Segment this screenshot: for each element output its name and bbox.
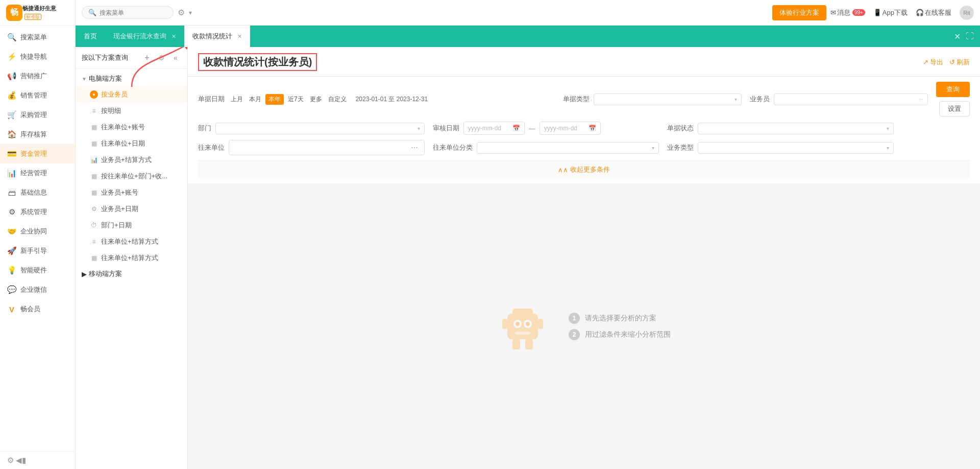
review-date-filter: 审核日期 yyyy-mm-dd 📅 — yyyy-mm-dd 📅 [433,122,659,135]
dept-arrow: ▾ [418,126,420,131]
window-maximize-icon[interactable]: ⛶ [966,32,974,41]
date-range-text: 2023-01-01 至 2023-12-31 [356,95,428,104]
hint-item-2: 2 用过滤条件来缩小分析范围 [569,329,671,340]
query-button[interactable]: 查询 [936,82,970,97]
date-tab-more[interactable]: 更多 [308,94,324,105]
partner-category-select[interactable]: ▾ [477,142,659,154]
sales-icon: 💰 [7,91,16,100]
search-input[interactable] [100,9,161,16]
business-type-arrow: ▾ [887,145,889,151]
message-icon: ✉ [830,9,836,16]
sidebar-item-label: 畅会员 [20,304,40,314]
download-icon: 📱 [873,9,881,16]
sidebar-item-label: 资金管理 [20,149,47,158]
salesperson-select[interactable]: ··· [774,93,928,105]
svg-point-6 [526,322,530,326]
trial-button[interactable]: 体验行业方案 [772,5,826,20]
sidebar-item-hardware[interactable]: 💡 智能硬件 [0,261,75,280]
plan-item-salesperson-account[interactable]: ▦ 业务员+账号 [76,184,187,201]
partner-more-icon[interactable]: ··· [409,143,420,152]
tab-home[interactable]: 首页 [76,26,105,47]
message-area[interactable]: ✉ 消息 99+ [830,8,865,17]
sidebar-item-search[interactable]: 🔍 搜索菜单 [0,28,75,47]
plan-item-partner-method2[interactable]: ▦ 往来单位+结算方式 [76,250,187,266]
sidebar-item-label: 快捷导航 [20,52,47,61]
sidebar-item-marketing[interactable]: 📢 营销推广 [0,66,75,86]
plan-settings-button[interactable]: ⚙ [156,52,167,63]
plan-item-label: 业务员+账号 [101,188,138,197]
user-avatar[interactable]: Rit [960,6,974,20]
sidebar-item-inventory[interactable]: 🏠 库存核算 [0,125,75,144]
plan-item-partner-account[interactable]: ▦ 往来单位+账号 [76,119,187,135]
online-service-link[interactable]: 🎧 在线客服 [916,8,951,17]
business-type-select[interactable]: ▾ [698,142,894,154]
add-plan-button[interactable]: + [141,52,153,63]
tab-collection-close[interactable]: ✕ [237,33,242,40]
plan-item-salesperson-date[interactable]: ⚙ 业务员+日期 [76,201,187,217]
plan-item-label: 往来单位+结算方式 [101,253,158,263]
plan-item-by-detail[interactable]: ≡ 按明细 [76,103,187,119]
sidebar-item-quick-nav[interactable]: ⚡ 快捷导航 [0,47,75,66]
date-tab-this-year[interactable]: 本年 [265,94,284,105]
app-download-label: App下载 [883,8,908,17]
mobile-group-header[interactable]: ▶ 移动端方案 [76,266,187,282]
dept-select[interactable]: ▾ [215,123,425,134]
pc-group-header[interactable]: ▼ 电脑端方案 [76,71,187,86]
sidebar-item-base-info[interactable]: 🗃 基础信息 [0,183,75,202]
app-download-link[interactable]: 📱 App下载 [873,8,908,17]
sidebar: 畅 畅捷通好生意 标准版 🔍 搜索菜单 ⚡ 快捷导航 📢 营销推广 💰 销售管理… [0,0,76,469]
sidebar-item-label: 企业微信 [20,285,47,294]
date-tab-custom[interactable]: 自定义 [326,94,349,105]
sidebar-item-guide[interactable]: 🚀 新手引导 [0,241,75,261]
review-date-start[interactable]: yyyy-mm-dd 📅 [463,122,525,135]
sidebar-item-finance[interactable]: 💳 资金管理 [0,144,75,163]
plan-item-partner-method1[interactable]: ≡ 往来单位+结算方式 [76,233,187,250]
topbar-settings-icon[interactable]: ⚙ [178,8,185,17]
export-button[interactable]: ↗ 导出 [923,58,943,67]
bottom-settings-icon[interactable]: ⚙ [7,456,14,465]
tab-collection[interactable]: 收款情况统计 ✕ [184,26,250,47]
purchase-icon: 🛒 [7,110,16,120]
sidebar-item-label: 企业协同 [20,227,47,236]
plan-item-by-salesperson[interactable]: ● 按业务员 [76,86,187,103]
sidebar-item-enterprise[interactable]: 🤝 企业协同 [0,222,75,241]
doc-status-select[interactable]: ▾ [698,123,894,134]
sidebar-item-sales[interactable]: 💰 销售管理 [0,86,75,105]
collapse-bar[interactable]: ∧∧ 收起更多条件 [198,160,970,178]
sidebar-item-member[interactable]: V 畅会员 [0,299,75,319]
tab-bank-close[interactable]: ✕ [172,33,176,40]
date-tab-last-month[interactable]: 上月 [229,94,245,105]
date-tab-this-month[interactable]: 本月 [247,94,263,105]
business-type-label: 业务类型 [667,143,694,152]
sidebar-item-system[interactable]: ⚙ 系统管理 [0,202,75,222]
page-title-box: 收款情况统计(按业务员) [198,53,317,71]
review-date-end[interactable]: yyyy-mm-dd 📅 [540,122,601,135]
svg-rect-7 [515,332,530,335]
sidebar-item-wechat[interactable]: 💬 企业微信 [0,280,75,299]
svg-rect-1 [507,314,538,339]
plan-item-label: 往来单位+日期 [101,139,145,148]
tab-bank[interactable]: 现金银行流水查询 ✕ [105,26,184,47]
sidebar-item-label: 基础信息 [20,188,47,197]
topbar-dropdown-icon[interactable]: ▾ [189,9,192,16]
plan-item-label: 往来单位+账号 [101,123,145,132]
search-box[interactable]: 🔍 [82,6,174,19]
refresh-button[interactable]: ↺ 刷新 [949,58,970,67]
svg-rect-11 [525,339,533,349]
settings-button[interactable]: 设置 [939,101,970,116]
plan-item-salesperson-method[interactable]: 📊 业务员+结算方式 [76,152,187,168]
plan-item-dept-date[interactable]: ⏱ 部门+日期 [76,217,187,233]
sidebar-item-purchase[interactable]: 🛒 采购管理 [0,105,75,125]
doc-type-select[interactable]: ▾ [594,93,742,105]
date-tab-7days[interactable]: 近7天 [286,94,306,105]
svg-rect-8 [502,319,507,329]
plan-item-partner-dept-collect[interactable]: ▦ 按往来单位+部门+收... [76,168,187,184]
collapse-panel-button[interactable]: « [170,52,181,63]
partner-select[interactable]: ··· [229,140,425,155]
bottom-collapse-icon[interactable]: ◀▮ [16,456,26,465]
plan-item-partner-date[interactable]: ▦ 往来单位+日期 [76,135,187,152]
member-icon: V [7,304,16,314]
topbar: 🔍 ⚙ ▾ 体验行业方案 ✉ 消息 99+ 📱 App下载 🎧 在线客服 Rit [76,0,980,26]
sidebar-item-business[interactable]: 📊 经营管理 [0,163,75,183]
window-close-icon[interactable]: ✕ [954,32,961,41]
